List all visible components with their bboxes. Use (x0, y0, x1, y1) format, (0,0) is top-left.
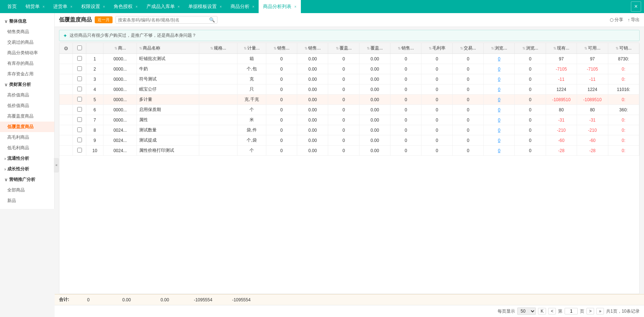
cell-browse1[interactable]: 0 (484, 135, 515, 146)
cell-available: -28 (577, 146, 608, 156)
cell-check[interactable] (73, 135, 86, 146)
select-all-checkbox[interactable] (77, 45, 82, 50)
cell-cover1: 0 (328, 146, 359, 156)
page-input[interactable] (565, 308, 578, 314)
sidebar-item-low-gross[interactable]: 低毛利商品 (0, 143, 54, 153)
row-checkbox[interactable] (77, 127, 82, 132)
share-button[interactable]: ⬡ 分享 (610, 17, 623, 23)
th-cover2[interactable]: 覆盖... (359, 43, 390, 54)
settings-icon[interactable]: ⚙ (64, 45, 68, 51)
row-checkbox[interactable] (77, 148, 82, 152)
nav-permission-close[interactable]: × (103, 5, 105, 9)
sidebar-section-wealth[interactable]: ∨ 类财富分析 (0, 79, 54, 90)
sidebar-item-traded-goods[interactable]: 交易过的商品 (0, 37, 54, 48)
cell-unit: 袋,件 (237, 125, 266, 135)
cell-browse1[interactable]: 0 (484, 125, 515, 135)
th-sellable[interactable]: 可销... (608, 43, 639, 54)
row-checkbox[interactable] (77, 87, 82, 91)
th-sales2[interactable]: 销售... (390, 43, 421, 54)
th-trans[interactable]: 交易... (452, 43, 483, 54)
nav-product-close[interactable]: × (178, 5, 180, 9)
sidebar-collapse-button[interactable]: « (54, 158, 59, 173)
nav-permission[interactable]: 权限设置 × (77, 0, 109, 13)
cell-browse1[interactable]: 0 (484, 74, 515, 84)
nav-purchase[interactable]: 进货单 × (49, 0, 76, 13)
nav-product[interactable]: 产成品入库单 × (142, 0, 184, 13)
th-browse2[interactable]: 浏览... (515, 43, 546, 54)
cell-check[interactable] (73, 84, 86, 95)
sidebar-section-flow[interactable]: › 流通性分析 (0, 153, 54, 164)
nav-template[interactable]: 单据模板设置 × (184, 0, 226, 13)
nav-home[interactable]: 首页 (3, 0, 21, 13)
row-checkbox[interactable] (77, 117, 82, 122)
last-page-button[interactable]: » (596, 308, 604, 314)
close-all-button[interactable]: × (631, 1, 641, 12)
sidebar-item-low-value[interactable]: 低价值商品 (0, 100, 54, 111)
sidebar-item-low-coverage[interactable]: 低覆盖度商品 (0, 122, 54, 132)
th-sales-qty[interactable]: 销售... (266, 43, 297, 54)
th-name[interactable]: 商品名称 (137, 43, 199, 54)
row-checkbox[interactable] (77, 76, 82, 81)
th-code[interactable]: 商... (103, 43, 137, 54)
page-size-select[interactable]: 50 20 100 (517, 308, 536, 315)
sidebar-item-high-value[interactable]: 高价值商品 (0, 90, 54, 100)
next-page-button[interactable]: > (586, 308, 594, 314)
sidebar-item-sales-goods[interactable]: 销售类商品 (0, 27, 54, 37)
sidebar-item-new-goods[interactable]: 新品 (0, 195, 54, 206)
cell-check[interactable] (73, 64, 86, 74)
cell-check[interactable] (73, 74, 86, 84)
period-button[interactable]: 近一月 (95, 16, 113, 23)
cell-check[interactable] (73, 115, 86, 125)
cell-browse1[interactable]: 0 (484, 84, 515, 95)
search-icon[interactable]: 🔍 (209, 17, 215, 23)
nav-role[interactable]: 角色授权 × (109, 0, 142, 13)
sidebar-item-all-goods[interactable]: 全部商品 (0, 185, 54, 195)
nav-analysis-close[interactable]: × (252, 5, 254, 9)
nav-template-close[interactable]: × (220, 5, 222, 9)
sidebar-item-category-rate[interactable]: 商品分类销动率 (0, 48, 54, 58)
th-settings[interactable]: ⚙ (59, 43, 73, 54)
th-sales-amt[interactable]: 销售... (297, 43, 328, 54)
cell-browse1[interactable]: 0 (484, 115, 515, 125)
export-button[interactable]: ↑ 导出 (628, 17, 640, 23)
search-input[interactable] (118, 17, 209, 23)
sidebar-item-in-stock[interactable]: 有库存的商品 (0, 58, 54, 69)
th-available[interactable]: 可用... (577, 43, 608, 54)
sidebar-item-high-gross[interactable]: 高毛利商品 (0, 132, 54, 143)
row-checkbox[interactable] (77, 107, 82, 112)
sidebar-item-high-coverage[interactable]: 高覆盖度商品 (0, 111, 54, 122)
row-checkbox[interactable] (77, 138, 82, 142)
row-checkbox[interactable] (77, 97, 82, 102)
th-browse1[interactable]: 浏览... (484, 43, 515, 54)
nav-analysis[interactable]: 商品分析 × (226, 0, 259, 13)
cell-browse1[interactable]: 0 (484, 95, 515, 105)
cell-check[interactable] (73, 95, 86, 105)
sidebar-item-capital[interactable]: 库存资金占用 (0, 69, 54, 79)
th-gross[interactable]: 毛利率 (421, 43, 452, 54)
cell-check[interactable] (73, 125, 86, 135)
cell-check[interactable] (73, 54, 86, 64)
cell-check[interactable] (73, 105, 86, 115)
nav-sales-close[interactable]: × (43, 5, 45, 9)
th-current[interactable]: 现有... (546, 43, 577, 54)
sidebar-section-marketing[interactable]: ∨ 营销推广分析 (0, 174, 54, 185)
th-spec[interactable]: 规格... (199, 43, 237, 54)
nav-analysis-list-close[interactable]: × (294, 5, 297, 9)
nav-analysis-list[interactable]: 商品分析列表 × (259, 0, 301, 13)
sidebar-section-growth[interactable]: › 成长性分析 (0, 164, 54, 174)
nav-sales[interactable]: 销货单 × (21, 0, 49, 13)
cell-browse1[interactable]: 0 (484, 64, 515, 74)
th-cover1[interactable]: 覆盖... (328, 43, 359, 54)
cell-browse1[interactable]: 0 (484, 146, 515, 156)
cell-browse1[interactable]: 0 (484, 105, 515, 115)
sidebar-section-overview[interactable]: ∨ 整体信息 (0, 16, 54, 27)
nav-role-close[interactable]: × (136, 5, 138, 9)
prev-page-button[interactable]: < (548, 308, 556, 314)
cell-browse1[interactable]: 0 (484, 54, 515, 64)
th-unit[interactable]: 计量... (237, 43, 266, 54)
first-page-button[interactable]: K (538, 308, 546, 314)
row-checkbox[interactable] (77, 66, 82, 71)
cell-check[interactable] (73, 146, 86, 156)
row-checkbox[interactable] (77, 56, 82, 61)
nav-purchase-close[interactable]: × (70, 5, 72, 9)
